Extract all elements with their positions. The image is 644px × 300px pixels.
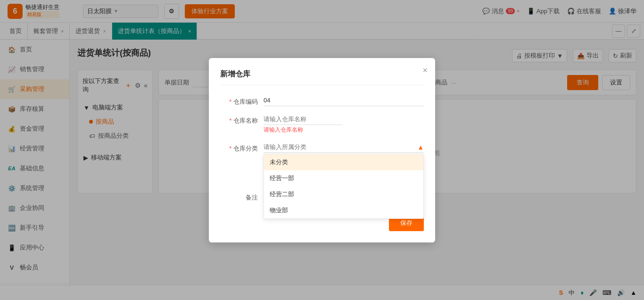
dropdown-option-ops2[interactable]: 经营二部	[264, 186, 423, 202]
category-label: 仓库分类	[220, 142, 258, 153]
form-row-category: 仓库分类 ▲ 未分类 经营一部 经营二部 物业部	[220, 142, 424, 153]
dropdown-option-ops1[interactable]: 经营一部	[264, 170, 423, 186]
category-input[interactable]	[264, 142, 424, 153]
category-dropdown-wrapper: ▲ 未分类 经营一部 经营二部 物业部	[264, 142, 424, 153]
modal-title: 新增仓库	[220, 69, 424, 85]
modal-backdrop[interactable]: 新增仓库 × 仓库编码 仓库名称 请输入仓库名称 仓库分类 ▲	[0, 0, 644, 300]
code-label: 仓库编码	[220, 95, 258, 106]
dropdown-option-property[interactable]: 物业部	[264, 202, 423, 218]
form-row-code: 仓库编码	[220, 95, 424, 106]
category-dropdown-list: 未分类 经营一部 经营二部 物业部	[264, 154, 424, 219]
note-label: 备注	[220, 191, 258, 202]
dropdown-option-none[interactable]: 未分类	[264, 154, 423, 170]
code-input[interactable]	[264, 95, 424, 106]
form-row-name: 仓库名称 请输入仓库名称	[220, 114, 424, 134]
category-dropdown-arrow[interactable]: ▲	[417, 143, 424, 151]
name-error-msg: 请输入仓库名称	[264, 126, 424, 134]
name-input[interactable]	[264, 114, 343, 125]
modal-close-button[interactable]: ×	[422, 66, 428, 75]
name-label: 仓库名称	[220, 114, 258, 125]
new-warehouse-modal: 新增仓库 × 仓库编码 仓库名称 请输入仓库名称 仓库分类 ▲	[209, 58, 435, 242]
